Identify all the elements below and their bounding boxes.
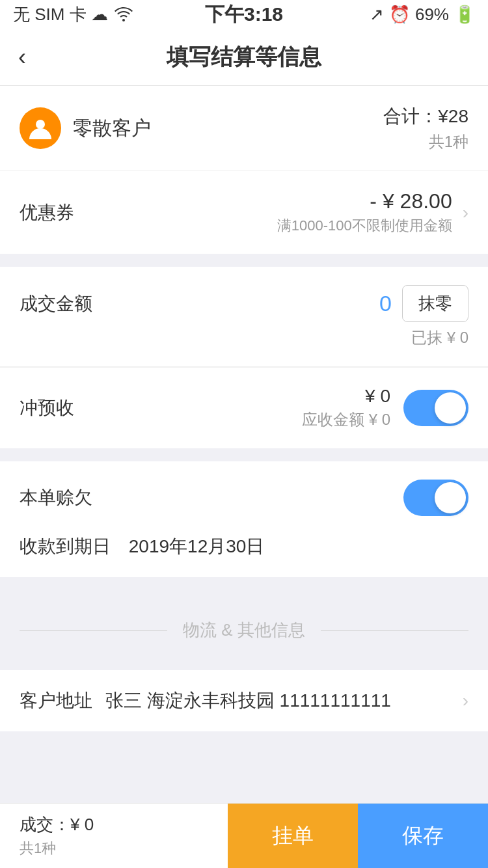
prereceive-toggle[interactable] (403, 390, 468, 426)
debt-card: 本单赊欠 收款到期日 2019年12月30日 (0, 461, 488, 577)
save-button[interactable]: 保存 (358, 804, 488, 868)
customer-name: 零散客户 (73, 115, 151, 142)
logistics-label: 物流 & 其他信息 (167, 619, 321, 642)
customer-row: 零散客户 合计：¥28 共1种 (0, 86, 488, 170)
prereceive-sub: 应收金额 ¥ 0 (302, 409, 390, 430)
prereceive-amount-block: ¥ 0 应收金额 ¥ 0 (302, 386, 390, 430)
battery-icon: 🔋 (454, 5, 475, 25)
address-row[interactable]: 客户地址 张三 海淀永丰科技园 11111111111 › (0, 670, 488, 731)
prereceive-right: ¥ 0 应收金额 ¥ 0 (302, 386, 468, 430)
address-label: 客户地址 (20, 688, 92, 713)
coupon-row[interactable]: 优惠券 - ¥ 28.00 满1000-100不限制使用金额 › (0, 170, 488, 254)
hold-button[interactable]: 挂单 (228, 804, 358, 868)
logistics-line-right (321, 630, 468, 631)
prereceive-label: 冲预收 (20, 396, 98, 420)
status-right: ↗ ⏰ 69% 🔋 (370, 5, 475, 25)
transaction-card: 成交金额 0 抹零 已抹 ¥ 0 (0, 267, 488, 366)
coupon-amount: - ¥ 28.00 (277, 189, 452, 213)
transaction-top: 成交金额 0 抹零 (20, 285, 468, 322)
customer-avatar (20, 107, 61, 149)
debt-row: 本单赊欠 (0, 461, 488, 534)
bottom-deal-label: 成交：¥ 0 (20, 813, 208, 836)
back-button[interactable]: ‹ (18, 44, 26, 71)
logistics-line-left (20, 630, 167, 631)
customer-total: 合计：¥28 共1种 (383, 104, 468, 152)
prereceive-card: 冲预收 ¥ 0 应收金额 ¥ 0 (0, 366, 488, 448)
alarm-icon: ⏰ (389, 5, 410, 25)
amount-input-area: 0 抹零 (379, 285, 468, 322)
status-bar: 无 SIM 卡 ☁ 下午3:18 ↗ ⏰ 69% 🔋 (0, 0, 488, 29)
bottom-count: 共1种 (20, 839, 208, 858)
bottom-info: 成交：¥ 0 共1种 (0, 804, 228, 868)
address-chevron-icon: › (463, 690, 468, 711)
bottom-bar: 成交：¥ 0 共1种 挂单 保存 (0, 803, 488, 868)
nav-bar: ‹ 填写结算等信息 (0, 29, 488, 86)
location-icon: ↗ (370, 5, 384, 25)
prereceive-row: 冲预收 ¥ 0 应收金额 ¥ 0 (0, 367, 488, 448)
coupon-desc: 满1000-100不限制使用金额 (277, 216, 452, 236)
coupon-right: - ¥ 28.00 满1000-100不限制使用金额 › (98, 189, 468, 236)
due-date-label: 收款到期日 (20, 536, 111, 556)
status-time: 下午3:18 (205, 1, 283, 28)
transaction-value[interactable]: 0 (379, 291, 392, 316)
debt-toggle[interactable] (403, 480, 468, 516)
address-value: 张三 海淀永丰科技园 11111111111 (105, 688, 450, 713)
no-sim-label: 无 SIM 卡 ☁ (13, 3, 108, 26)
page-title: 填写结算等信息 (167, 42, 321, 72)
customer-card: 零散客户 合计：¥28 共1种 优惠券 - ¥ 28.00 满1000-100不… (0, 86, 488, 254)
debt-label: 本单赊欠 (20, 485, 92, 510)
user-icon (28, 116, 53, 141)
prereceive-toggle-knob (435, 392, 466, 424)
total-count: 共1种 (383, 131, 468, 152)
address-card: 客户地址 张三 海淀永丰科技园 11111111111 › (0, 670, 488, 731)
due-date-value: 2019年12月30日 (129, 536, 265, 556)
status-left: 无 SIM 卡 ☁ (13, 3, 133, 26)
main-content: 零散客户 合计：¥28 共1种 优惠券 - ¥ 28.00 满1000-100不… (0, 86, 488, 868)
customer-left: 零散客户 (20, 107, 151, 149)
coupon-chevron-icon: › (463, 202, 468, 223)
logistics-divider: 物流 & 其他信息 (0, 590, 488, 670)
total-amount: 合计：¥28 (383, 104, 468, 129)
debt-toggle-knob (435, 482, 466, 513)
wifi-icon (115, 7, 133, 21)
coupon-label: 优惠券 (20, 200, 98, 225)
transaction-label: 成交金额 (20, 292, 98, 316)
svg-point-0 (36, 120, 45, 129)
logistics-inner: 物流 & 其他信息 (0, 604, 488, 656)
due-date-row: 收款到期日 2019年12月30日 (0, 534, 488, 577)
prereceive-amount: ¥ 0 (302, 386, 390, 407)
coupon-value-block: - ¥ 28.00 满1000-100不限制使用金额 (277, 189, 452, 236)
transaction-sub: 已抹 ¥ 0 (20, 327, 468, 348)
battery-label: 69% (415, 5, 449, 25)
round-zero-button[interactable]: 抹零 (402, 285, 468, 322)
